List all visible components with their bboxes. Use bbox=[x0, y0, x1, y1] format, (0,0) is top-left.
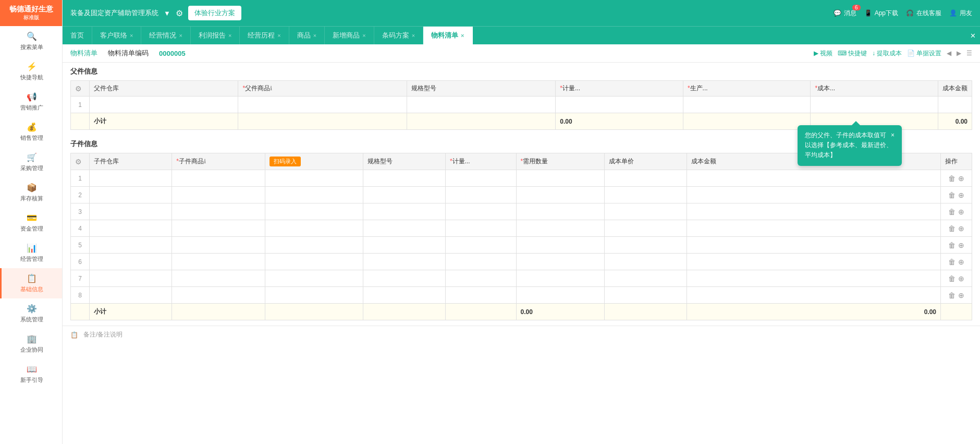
trial-button[interactable]: 体验行业方案 bbox=[188, 6, 241, 20]
tab-history[interactable]: 经营历程 × bbox=[240, 27, 289, 44]
child-row-5-qty[interactable] bbox=[516, 237, 605, 254]
sidebar-item-sales[interactable]: 💰 销售管理 bbox=[0, 117, 62, 147]
child-row-7-unit-cost[interactable] bbox=[605, 270, 687, 287]
child-row-8-unit[interactable] bbox=[446, 287, 517, 304]
child-row-4-unit[interactable] bbox=[446, 220, 517, 237]
app-download-button[interactable]: 📱 App下载 bbox=[864, 9, 898, 18]
child-row-1-delete-icon[interactable]: 🗑 bbox=[948, 174, 956, 183]
child-row-3-spec[interactable] bbox=[363, 203, 445, 220]
tab-barcode-close[interactable]: × bbox=[412, 32, 415, 39]
breadcrumb-tab1[interactable]: 物料清单 bbox=[70, 49, 97, 58]
tab-business[interactable]: 经营情况 × bbox=[141, 27, 190, 44]
child-row-4-qty[interactable] bbox=[516, 220, 605, 237]
tab-history-close[interactable]: × bbox=[277, 32, 280, 39]
child-row-5-scan[interactable] bbox=[265, 237, 363, 254]
child-row-6-warehouse[interactable] bbox=[90, 254, 172, 270]
tab-customer-close[interactable]: × bbox=[130, 32, 133, 39]
child-row-6-product[interactable] bbox=[172, 254, 265, 270]
child-row-4-product[interactable] bbox=[172, 220, 265, 237]
parent-row-1-warehouse[interactable] bbox=[90, 97, 238, 113]
sidebar-item-system[interactable]: ⚙️ 系统管理 bbox=[0, 298, 62, 329]
child-row-5-copy-icon[interactable]: ⊕ bbox=[958, 241, 964, 249]
child-row-8-qty[interactable] bbox=[516, 287, 605, 304]
sidebar-item-finance[interactable]: 💳 资金管理 bbox=[0, 208, 62, 238]
child-row-5-product[interactable] bbox=[172, 237, 265, 254]
breadcrumb-tab2[interactable]: 物料清单编码 bbox=[108, 49, 149, 58]
child-row-2-delete-icon[interactable]: 🗑 bbox=[948, 191, 956, 199]
child-row-6-delete-icon[interactable]: 🗑 bbox=[948, 258, 956, 266]
user-menu[interactable]: 👤 用友 bbox=[949, 9, 972, 18]
child-row-3-product[interactable] bbox=[172, 203, 265, 220]
dropdown-arrow-icon[interactable]: ▼ bbox=[164, 9, 170, 17]
child-row-1-amount[interactable] bbox=[687, 170, 941, 187]
child-row-1-warehouse[interactable] bbox=[90, 170, 172, 187]
child-row-6-copy-icon[interactable]: ⊕ bbox=[958, 258, 964, 266]
child-row-6-amount[interactable] bbox=[687, 254, 941, 270]
child-row-3-warehouse[interactable] bbox=[90, 203, 172, 220]
close-all-tabs-button[interactable]: ✕ bbox=[966, 28, 980, 44]
child-row-7-spec[interactable] bbox=[363, 270, 445, 287]
child-row-1-qty[interactable] bbox=[516, 170, 605, 187]
tab-new-product[interactable]: 新增商品 × bbox=[325, 27, 374, 44]
child-row-7-amount[interactable] bbox=[687, 270, 941, 287]
child-row-5-amount[interactable] bbox=[687, 237, 941, 254]
tab-profit[interactable]: 利润报告 × bbox=[191, 27, 240, 44]
child-row-2-copy-icon[interactable]: ⊕ bbox=[958, 191, 964, 199]
scan-input-button[interactable]: 扫码录入 bbox=[270, 157, 301, 166]
tab-home[interactable]: 首页 bbox=[63, 27, 92, 44]
child-row-1-copy-icon[interactable]: ⊕ bbox=[958, 174, 964, 183]
child-row-6-spec[interactable] bbox=[363, 254, 445, 270]
tab-profit-close[interactable]: × bbox=[228, 32, 231, 39]
parent-gear-icon[interactable]: ⚙ bbox=[75, 85, 82, 93]
parent-row-1-produce[interactable] bbox=[683, 97, 811, 113]
child-row-7-qty[interactable] bbox=[516, 270, 605, 287]
child-row-2-amount[interactable] bbox=[687, 187, 941, 203]
sidebar-item-enterprise[interactable]: 🏢 企业协同 bbox=[0, 329, 62, 359]
child-row-2-qty[interactable] bbox=[516, 187, 605, 203]
child-row-8-product[interactable] bbox=[172, 287, 265, 304]
message-button[interactable]: 💬 消息 6 bbox=[834, 9, 856, 18]
child-row-2-scan[interactable] bbox=[265, 187, 363, 203]
online-service-button[interactable]: 🎧 在线客服 bbox=[906, 9, 941, 18]
child-row-2-spec[interactable] bbox=[363, 187, 445, 203]
tab-customer[interactable]: 客户联络 × bbox=[92, 27, 141, 44]
child-row-4-copy-icon[interactable]: ⊕ bbox=[958, 224, 964, 233]
tab-new-product-close[interactable]: × bbox=[362, 32, 365, 39]
parent-row-1-spec[interactable] bbox=[407, 97, 555, 113]
child-row-3-unit[interactable] bbox=[446, 203, 517, 220]
parent-row-1-product[interactable] bbox=[238, 97, 407, 113]
child-row-6-qty[interactable] bbox=[516, 254, 605, 270]
child-row-3-delete-icon[interactable]: 🗑 bbox=[948, 208, 956, 216]
child-row-7-delete-icon[interactable]: 🗑 bbox=[948, 274, 956, 283]
child-row-5-unit[interactable] bbox=[446, 237, 517, 254]
settings-icon[interactable]: ⚙ bbox=[176, 8, 183, 18]
child-row-1-scan[interactable] bbox=[265, 170, 363, 187]
sidebar-item-guide[interactable]: 📖 新手引导 bbox=[0, 359, 62, 389]
child-row-4-amount[interactable] bbox=[687, 220, 941, 237]
child-row-1-unit-cost[interactable] bbox=[605, 170, 687, 187]
child-row-4-spec[interactable] bbox=[363, 220, 445, 237]
child-row-8-unit-cost[interactable] bbox=[605, 287, 687, 304]
extract-cost-button[interactable]: ↓ 提取成本 bbox=[872, 49, 902, 58]
child-row-4-delete-icon[interactable]: 🗑 bbox=[948, 224, 956, 233]
child-row-4-scan[interactable] bbox=[265, 220, 363, 237]
child-row-2-warehouse[interactable] bbox=[90, 187, 172, 203]
child-row-8-amount[interactable] bbox=[687, 287, 941, 304]
child-row-2-unit[interactable] bbox=[446, 187, 517, 203]
child-row-3-unit-cost[interactable] bbox=[605, 203, 687, 220]
child-row-7-warehouse[interactable] bbox=[90, 270, 172, 287]
video-button[interactable]: ▶ 视频 bbox=[814, 49, 832, 58]
nav-prev-button[interactable]: ◀ bbox=[947, 50, 951, 57]
child-row-4-unit-cost[interactable] bbox=[605, 220, 687, 237]
tab-barcode[interactable]: 条码方案 × bbox=[374, 27, 423, 44]
child-row-6-unit-cost[interactable] bbox=[605, 254, 687, 270]
child-row-8-copy-icon[interactable]: ⊕ bbox=[958, 291, 964, 299]
child-row-3-amount[interactable] bbox=[687, 203, 941, 220]
child-row-1-product[interactable] bbox=[172, 170, 265, 187]
sidebar-item-purchase[interactable]: 🛒 采购管理 bbox=[0, 147, 62, 177]
child-row-5-delete-icon[interactable]: 🗑 bbox=[948, 241, 956, 249]
parent-row-1-amount[interactable] bbox=[938, 97, 972, 113]
child-row-3-scan[interactable] bbox=[265, 203, 363, 220]
child-row-5-spec[interactable] bbox=[363, 237, 445, 254]
child-gear-icon[interactable]: ⚙ bbox=[75, 158, 82, 166]
